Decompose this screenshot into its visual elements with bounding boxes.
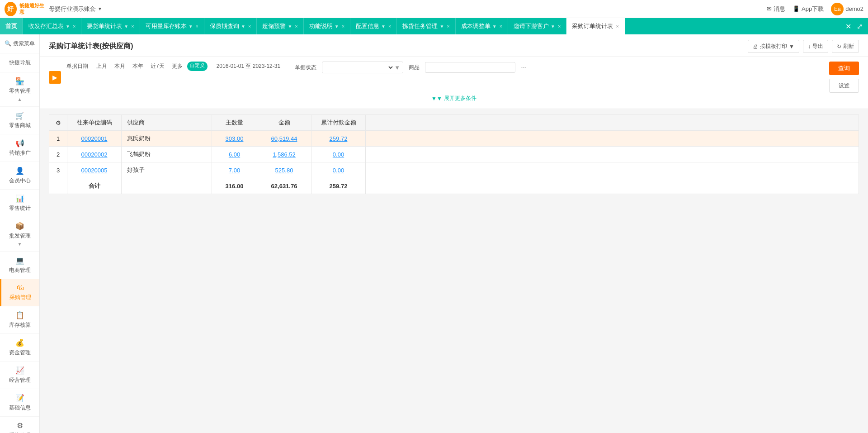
sidebar-item-inventory[interactable]: 📋 库存核算 [0,306,39,334]
tab-cost-close-icon[interactable]: × [500,24,502,29]
cell-extra [366,162,859,178]
status-select[interactable] [322,62,394,73]
nav-close-btn[interactable]: ✕ [844,20,853,33]
product-search-input[interactable] [425,62,515,73]
amount-link[interactable]: 525.80 [275,167,293,174]
nav-maximize-btn[interactable]: ⤢ [855,20,864,33]
table-row[interactable]: 1 00020001 惠氏奶粉 303.00 60,519.44 259.72 [49,131,859,147]
footer-row: 合计 316.00 62,631.76 259.72 [49,178,859,194]
app-download-action[interactable]: 📱 App下载 [793,5,824,13]
tab-invite-close-icon[interactable]: × [558,24,561,29]
tab-function-close-icon[interactable]: × [342,24,344,29]
qty-link[interactable]: 7.00 [229,167,240,174]
qty-link[interactable]: 303.00 [226,135,244,142]
tab-overstock-close-icon[interactable]: × [295,24,297,29]
settings-btn[interactable]: 设置 [829,79,859,93]
footer-label: 合计 [67,178,122,194]
paid-link[interactable]: 0.00 [333,167,344,174]
refresh-btn[interactable]: ↻ 刷新 [832,40,859,53]
marketing-icon: 📢 [15,139,24,148]
tab-pick-close-icon[interactable]: × [447,24,449,29]
sidebar-item-wholesale[interactable]: 📦 批发管理 ▼ [0,217,39,252]
tab-receive-summary[interactable]: 收发存汇总表 ▼ × [23,18,81,34]
sidebar-item-system[interactable]: ⚙ 系统管理 [0,417,39,433]
tab-cost-arrow-icon: ▼ [492,24,497,29]
date-7days-btn[interactable]: 近7天 [148,62,167,71]
tab-purchase-order-stats[interactable]: 采购订单统计表 × [566,18,624,34]
logo-text: 畅捷通好生意 [19,3,44,14]
filter-row-date: 单据日期 上月 本月 本年 近7天 更多 自定义 2016-01-01 至 20… [66,62,280,71]
message-action[interactable]: ✉ 消息 [767,5,785,13]
tab-stock-book[interactable]: 可用量库存账本 ▼ × [140,18,204,34]
sidebar-item-purchase[interactable]: 🛍 采购管理 [0,279,39,306]
sidebar-item-marketing[interactable]: 📢 营销推广 [0,134,39,162]
tab-purchase-order-close-icon[interactable]: × [616,24,618,29]
column-settings-icon[interactable]: ⚙ [56,119,61,126]
table-row[interactable]: 3 00020005 好孩子 7.00 525.80 0.00 [49,162,859,178]
sidebar-item-zero-sale[interactable]: 🏪 零售管理 ▲ [0,72,39,107]
sidebar-item-finance[interactable]: 💰 资金管理 [0,334,39,362]
tab-expiry-query[interactable]: 保质期查询 ▼ × [204,18,257,34]
sidebar-item-membership[interactable]: 👤 会员中心 [0,162,39,190]
tab-cost-adjust[interactable]: 成本调整单 ▼ × [456,18,508,34]
cell-amount: 1,586.52 [257,147,311,162]
table-container: ⚙ 往来单位编码 供应商 主数量 金额 [40,109,868,433]
template-print-btn[interactable]: 🖨 按模板打印 ▼ [748,40,799,53]
tab-expiry-close-icon[interactable]: × [248,24,251,29]
date-this-month-btn[interactable]: 本月 [112,62,128,71]
table-row[interactable]: 2 00020002 飞鹤奶粉 6.00 1,586.52 0.00 [49,147,859,162]
tab-receive-arrow-icon: ▼ [66,24,70,29]
date-last-month-btn[interactable]: 上月 [94,62,110,71]
tab-home[interactable]: 首页 [0,18,23,34]
th-settings[interactable]: ⚙ [49,115,67,131]
sidebar-item-zero-mall[interactable]: 🛒 零售商城 [0,107,39,134]
tab-order-stats[interactable]: 要货单统计表 ▼ × [81,18,140,34]
zero-sale-icon: 🏪 [15,77,24,86]
date-custom-badge[interactable]: 自定义 [187,62,208,71]
tab-overstock-warning[interactable]: 超储预警 ▼ × [257,18,303,34]
tab-overstock-arrow-icon: ▼ [288,24,292,29]
tab-pick-task[interactable]: 拣货任务管理 ▼ × [397,18,455,34]
logo-area: 好 畅捷通好生意 [5,2,44,16]
export-btn[interactable]: ↓ 导出 [803,40,828,53]
sidebar-item-ecommerce[interactable]: 💻 电商管理 [0,252,39,279]
expand-more-btn[interactable]: ▼▼ 展开更多条件 [431,95,476,102]
refresh-icon: ↻ [837,43,841,50]
tab-function-desc[interactable]: 功能说明 ▼ × [304,18,350,34]
operation-icon: 📈 [15,366,24,375]
code-link[interactable]: 00020001 [81,135,108,142]
user-info[interactable]: Ea demo2 [831,3,863,15]
tab-config-close-icon[interactable]: × [388,24,391,29]
sidebar-search-section: 🔍 搜索菜单 [0,34,39,53]
expand-icon: ▼▼ [431,95,442,102]
amount-link[interactable]: 1,586.52 [273,151,296,158]
tab-order-stats-close-icon[interactable]: × [131,24,134,29]
sidebar-item-basic[interactable]: 📝 基础信息 [0,389,39,417]
product-more-icon[interactable]: ··· [521,63,527,71]
quick-nav-btn[interactable]: 快捷导航 [3,57,37,68]
tab-receive-close-icon[interactable]: × [73,24,75,29]
date-more-btn[interactable]: 更多 [169,62,185,71]
qty-link[interactable]: 6.00 [229,151,240,158]
date-this-year-btn[interactable]: 本年 [130,62,146,71]
tab-config-info[interactable]: 配置信息 ▼ × [350,18,397,34]
search-menu-btn[interactable]: 🔍 搜索菜单 [3,38,37,49]
workspace-label: 母婴行业演示账套 [49,5,96,13]
cell-paid: 0.00 [311,162,366,178]
tab-stock-book-close-icon[interactable]: × [196,24,198,29]
amount-link[interactable]: 60,519.44 [271,135,297,142]
code-link[interactable]: 00020005 [81,167,108,174]
query-btn[interactable]: 查询 [829,62,859,75]
workspace-selector[interactable]: 母婴行业演示账套 ▼ [49,5,762,13]
tab-invite-customer[interactable]: 邀请下游客户 ▼ × [508,18,566,34]
filter-collapse-btn[interactable]: ▶ [49,71,61,84]
cell-extra [366,131,859,147]
cell-index: 1 [49,131,67,147]
paid-link[interactable]: 259.72 [330,135,348,142]
paid-link[interactable]: 0.00 [333,151,344,158]
sidebar-item-operation[interactable]: 📈 经营管理 [0,362,39,389]
code-link[interactable]: 00020002 [81,151,108,158]
sidebar-item-zero-stats[interactable]: 📊 零售统计 [0,190,39,217]
workspace-chevron-icon: ▼ [98,6,102,11]
wholesale-icon: 📦 [15,222,24,230]
